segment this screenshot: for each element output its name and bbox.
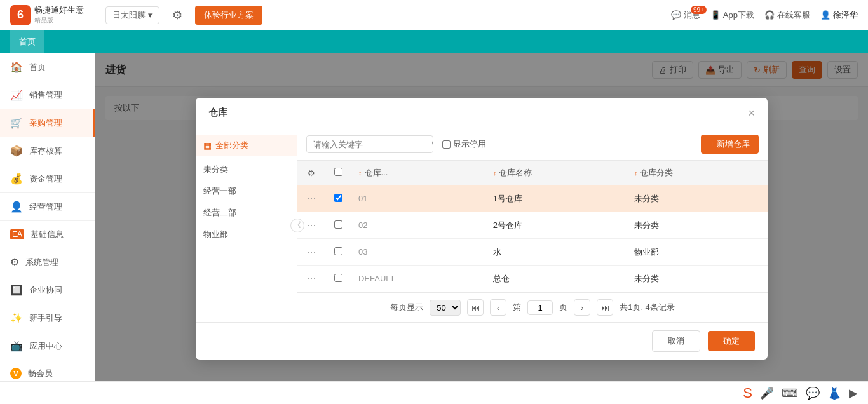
row-checkbox[interactable] xyxy=(334,220,342,229)
table-toolbar: 🔍 显示停用 + 新增仓库 xyxy=(297,128,768,161)
sidebar-item-sales[interactable]: 📈 销售管理 xyxy=(0,81,95,109)
sidebar-item-basic-info-label: 基础信息 xyxy=(31,229,64,240)
more-button[interactable]: ··· xyxy=(306,245,316,258)
app-download-label: App下载 xyxy=(723,10,754,21)
vip-icon: V xyxy=(10,368,22,379)
bottom-logo-icon: S xyxy=(743,385,752,401)
row-num: DEFAULT xyxy=(351,266,485,292)
sidebar-item-apps-label: 应用中心 xyxy=(29,340,62,352)
page-number-input[interactable] xyxy=(527,300,553,315)
row-name: 总仓 xyxy=(485,266,627,292)
secondary-nav: 首页 xyxy=(0,30,868,53)
row-checkbox[interactable] xyxy=(334,274,342,282)
collapse-panel-button[interactable]: 《 xyxy=(290,219,304,232)
select-all-checkbox[interactable] xyxy=(334,168,342,176)
th-code: ↕ 仓库... xyxy=(351,161,485,185)
logo-text-area: 畅捷通好生意 精品版 xyxy=(34,5,84,25)
category-item-dept1[interactable]: 经营一部 xyxy=(196,180,297,202)
page-last-button[interactable]: ⏭ xyxy=(597,299,613,316)
user-profile-button[interactable]: 👤 徐泽华 xyxy=(820,10,858,21)
cancel-button[interactable]: 取消 xyxy=(652,330,700,352)
warehouse-modal: 仓库 × ▦ 全部分类 未分类 经营一部 xyxy=(196,98,768,360)
row-checkbox[interactable] xyxy=(334,194,342,202)
per-page-select[interactable]: 50 xyxy=(430,300,461,316)
modal-title: 仓库 xyxy=(208,107,227,119)
branch-selector[interactable]: 日太阳膜 ▾ xyxy=(105,6,159,24)
page-prev-button[interactable]: ‹ xyxy=(490,299,506,316)
app-download-button[interactable]: 📱 App下载 xyxy=(710,10,754,21)
row-num: 03 xyxy=(351,239,485,266)
sidebar-item-operations[interactable]: 👤 经营管理 xyxy=(0,193,95,221)
sidebar-item-purchase[interactable]: 🛒 采购管理 xyxy=(0,109,95,137)
table-panel: 🔍 显示停用 + 新增仓库 xyxy=(297,128,768,322)
operations-icon: 👤 xyxy=(10,201,23,213)
category-item-property[interactable]: 物业部 xyxy=(196,224,297,245)
category-item-unclassified[interactable]: 未分类 xyxy=(196,159,297,180)
add-warehouse-button[interactable]: + 新增仓库 xyxy=(701,135,759,154)
more-button[interactable]: ··· xyxy=(306,219,316,231)
row-category: 未分类 xyxy=(627,212,768,239)
category-all[interactable]: ▦ 全部分类 xyxy=(196,135,297,156)
row-num: 01 xyxy=(351,185,485,212)
row-checkbox-cell xyxy=(325,212,351,239)
modal-close-button[interactable]: × xyxy=(748,107,755,119)
sidebar-item-inventory[interactable]: 📦 库存核算 xyxy=(0,137,95,165)
sidebar-item-home[interactable]: 🏠 首页 xyxy=(0,53,95,81)
username-label: 徐泽华 xyxy=(833,10,858,21)
avatar-icon: 👤 xyxy=(820,10,831,20)
modal-header: 仓库 × xyxy=(196,98,768,128)
online-service-button[interactable]: 🎧 在线客服 xyxy=(764,10,810,21)
row-name: 1号仓库 xyxy=(485,185,627,212)
messages-button[interactable]: 💬 消息 99+ xyxy=(671,10,700,21)
sidebar-item-enterprise[interactable]: 🔲 企业协同 xyxy=(0,276,95,304)
bottom-theme-icon[interactable]: 👗 xyxy=(827,386,841,400)
category-panel: ▦ 全部分类 未分类 经营一部 经营二部 物业部 xyxy=(196,128,297,322)
modal-footer: 取消 确定 xyxy=(196,322,768,360)
category-item-dept2[interactable]: 经营二部 xyxy=(196,202,297,224)
guide-icon: ✨ xyxy=(10,312,23,324)
bottom-keyboard-icon[interactable]: ⌨ xyxy=(782,386,798,400)
table-row[interactable]: ··· 01 1号仓库 未分类 xyxy=(297,185,768,212)
more-button[interactable]: ··· xyxy=(306,272,316,285)
page-first-button[interactable]: ⏮ xyxy=(467,299,484,316)
header-middle: 日太阳膜 ▾ ⚙ 体验行业方案 xyxy=(105,5,671,25)
search-box: 🔍 xyxy=(306,135,433,153)
bottom-play-icon[interactable]: ▶ xyxy=(849,386,858,400)
row-checkbox[interactable] xyxy=(334,247,342,255)
th-category: ↕ 仓库分类 xyxy=(627,161,768,185)
show-disabled-label[interactable]: 显示停用 xyxy=(442,138,486,150)
confirm-button[interactable]: 确定 xyxy=(708,331,755,351)
sidebar-item-home-label: 首页 xyxy=(29,62,46,73)
row-actions: ··· xyxy=(297,185,325,212)
sidebar-item-finance[interactable]: 💰 资金管理 xyxy=(0,165,95,193)
trial-button[interactable]: 体验行业方案 xyxy=(195,6,262,25)
row-name: 水 xyxy=(485,239,627,266)
sales-icon: 📈 xyxy=(10,89,23,101)
page-next-button[interactable]: › xyxy=(574,299,590,316)
show-disabled-checkbox[interactable] xyxy=(442,140,451,149)
header-settings-button[interactable]: ⚙ xyxy=(167,5,187,25)
sidebar-item-enterprise-label: 企业协同 xyxy=(29,285,62,296)
bottom-bar: S 🎤 ⌨ 💬 👗 ▶ xyxy=(0,381,868,404)
search-input[interactable] xyxy=(307,137,426,152)
headset-icon: 🎧 xyxy=(764,10,775,20)
sidebar-item-apps[interactable]: 📺 应用中心 xyxy=(0,332,95,360)
search-button[interactable]: 🔍 xyxy=(426,136,433,152)
table-row[interactable]: ··· 03 水 物业部 xyxy=(297,239,768,266)
sidebar-item-system[interactable]: ⚙ 系统管理 xyxy=(0,248,95,276)
bottom-mic-icon[interactable]: 🎤 xyxy=(760,386,774,400)
bottom-chat-icon[interactable]: 💬 xyxy=(806,386,820,400)
sort-icon-name: ↕ xyxy=(493,169,497,177)
table-row[interactable]: ··· DEFAULT 总仓 未分类 xyxy=(297,266,768,292)
sidebar-item-finance-label: 资金管理 xyxy=(29,173,62,185)
nav-tab-home[interactable]: 首页 xyxy=(10,30,44,53)
sidebar-item-guide-label: 新手引导 xyxy=(29,313,62,324)
apps-icon: 📺 xyxy=(10,340,23,352)
page-label: 第 xyxy=(513,302,521,313)
more-button[interactable]: ··· xyxy=(306,192,316,205)
inventory-icon: 📦 xyxy=(10,145,23,157)
sidebar-item-basic-info[interactable]: EA 基础信息 xyxy=(0,221,95,248)
messages-badge: 99+ xyxy=(691,6,707,14)
table-row[interactable]: ··· 02 2号仓库 未分类 xyxy=(297,212,768,239)
sidebar-item-guide[interactable]: ✨ 新手引导 xyxy=(0,304,95,332)
